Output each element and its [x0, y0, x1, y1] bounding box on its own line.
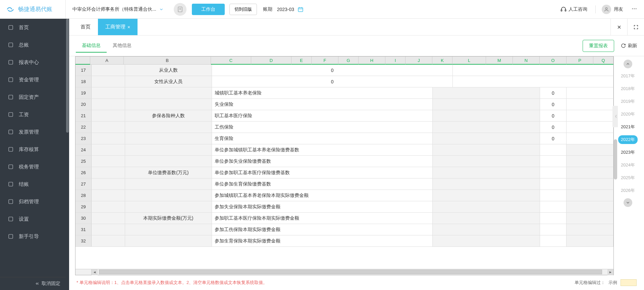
cell[interactable] — [125, 87, 212, 98]
cell[interactable]: 参加失业保险本期实际缴费金额 — [212, 201, 433, 212]
cell[interactable] — [453, 65, 613, 76]
year-2017年[interactable]: 2017年 — [618, 70, 638, 82]
year-2022年[interactable]: 2022年 — [618, 135, 638, 144]
sidebar-item-3[interactable]: 资金管理 — [0, 71, 66, 88]
vertical-scrollbar[interactable] — [614, 139, 617, 179]
cell[interactable]: 0 — [212, 65, 453, 76]
cell[interactable]: 单位参加城镇职工基本养老保险缴费基数 — [212, 144, 433, 155]
cell[interactable]: 生育保险 — [212, 133, 433, 144]
subtab-basic-info[interactable]: 基础信息 — [76, 39, 107, 53]
col-header-C[interactable]: C — [211, 57, 251, 65]
cell[interactable]: 工伤保险 — [212, 122, 433, 133]
cell[interactable] — [92, 87, 125, 98]
col-header-A[interactable]: A — [90, 57, 124, 65]
cell[interactable]: 从业人数 — [125, 65, 212, 76]
cell[interactable]: 0 — [540, 99, 567, 110]
cell[interactable] — [433, 190, 540, 201]
year-scroll-down[interactable] — [624, 198, 632, 207]
col-header-N[interactable]: N — [513, 57, 540, 65]
close-all-tabs[interactable] — [610, 19, 627, 35]
cell[interactable] — [92, 76, 125, 87]
switch-version-button[interactable]: 切到旧版 — [229, 4, 257, 15]
cell[interactable] — [567, 144, 613, 155]
support-link[interactable]: 人工咨询 — [560, 6, 587, 12]
cell[interactable] — [567, 133, 613, 144]
cell[interactable] — [433, 133, 540, 144]
year-2021年[interactable]: 2021年 — [618, 121, 638, 133]
col-header-D[interactable]: D — [251, 57, 291, 65]
cell[interactable] — [92, 213, 125, 224]
reset-report-button[interactable]: 重置报表 — [583, 40, 614, 52]
row-header[interactable]: 18 — [75, 76, 92, 87]
select-all-cell[interactable] — [75, 57, 90, 65]
cell[interactable] — [92, 110, 125, 121]
col-header-P[interactable]: P — [567, 57, 593, 65]
col-header-E[interactable]: E — [291, 57, 312, 65]
cell[interactable]: 单位参加生育保险缴费基数 — [212, 178, 433, 190]
cell[interactable] — [567, 213, 613, 224]
row-header[interactable]: 17 — [75, 65, 92, 76]
cell[interactable]: 0 — [540, 110, 567, 121]
cell[interactable] — [433, 87, 540, 98]
cell[interactable] — [433, 213, 540, 224]
cell[interactable] — [567, 167, 613, 178]
row-header[interactable]: 30 — [75, 213, 92, 224]
cell[interactable] — [433, 167, 540, 178]
scroll-left-arrow[interactable]: ◄ — [92, 269, 98, 275]
more-menu-icon[interactable] — [631, 6, 637, 13]
workbench-button[interactable]: 工作台 — [192, 4, 225, 15]
year-scroll-up[interactable] — [624, 60, 632, 68]
cell[interactable]: 0 — [540, 133, 567, 144]
cell[interactable]: 参保各险种人数 — [125, 110, 212, 121]
cell[interactable] — [433, 156, 540, 167]
col-header-L[interactable]: L — [452, 57, 486, 65]
sidebar-item-11[interactable]: 设置 — [0, 210, 66, 228]
cell[interactable] — [540, 144, 567, 155]
col-header-G[interactable]: G — [338, 57, 359, 65]
cell[interactable] — [92, 190, 125, 201]
col-header-H[interactable]: H — [359, 57, 385, 65]
cell[interactable] — [540, 178, 567, 190]
sidebar-item-12[interactable]: 新手引导 — [0, 228, 66, 245]
year-2019年[interactable]: 2019年 — [618, 95, 638, 108]
refresh-button[interactable]: 刷新 — [621, 43, 637, 49]
cell[interactable] — [567, 110, 613, 121]
cell[interactable] — [92, 224, 125, 235]
scroll-right-arrow[interactable]: ► — [607, 269, 613, 275]
cell[interactable] — [125, 190, 212, 201]
cell[interactable] — [540, 213, 567, 224]
cell[interactable] — [567, 156, 613, 167]
fullscreen-button[interactable] — [627, 19, 644, 35]
cell[interactable] — [567, 235, 613, 246]
cell[interactable] — [567, 99, 613, 110]
unpin-sidebar[interactable]: 取消固定 — [0, 277, 66, 290]
cell[interactable] — [125, 99, 212, 110]
col-header-M[interactable]: M — [486, 57, 513, 65]
row-header[interactable]: 19 — [75, 87, 92, 98]
sidebar-item-5[interactable]: 工资 — [0, 106, 66, 123]
sidebar-item-0[interactable]: 首页 — [0, 19, 66, 36]
sidebar-item-8[interactable]: 税务管理 — [0, 158, 66, 175]
cell[interactable] — [433, 110, 540, 121]
cell[interactable] — [540, 190, 567, 201]
year-2020年[interactable]: 2020年 — [618, 108, 638, 121]
col-header-B[interactable]: B — [124, 57, 211, 65]
cell[interactable] — [125, 122, 212, 133]
cell[interactable]: 单位参加失业保险缴费基数 — [212, 156, 433, 167]
cell[interactable]: 单位参加职工基本医疗保险缴费基数 — [212, 167, 433, 178]
cell[interactable] — [92, 133, 125, 144]
user-menu[interactable]: 用友 — [602, 5, 623, 14]
sidebar-item-6[interactable]: 发票管理 — [0, 123, 66, 141]
row-header[interactable]: 29 — [75, 201, 92, 212]
year-2024年[interactable]: 2024年 — [618, 159, 638, 171]
sidebar-item-10[interactable]: 归档管理 — [0, 193, 66, 210]
cell[interactable]: 职工基本医疗保险 — [212, 110, 433, 121]
cell[interactable] — [92, 201, 125, 212]
sidebar-scrollbar[interactable] — [66, 19, 69, 290]
cell[interactable] — [433, 201, 540, 212]
year-2025年[interactable]: 2025年 — [618, 171, 638, 184]
cell[interactable]: 0 — [540, 122, 567, 133]
cell[interactable] — [567, 122, 613, 133]
cell[interactable] — [433, 99, 540, 110]
sidebar-item-2[interactable]: 报表中心 — [0, 54, 66, 71]
